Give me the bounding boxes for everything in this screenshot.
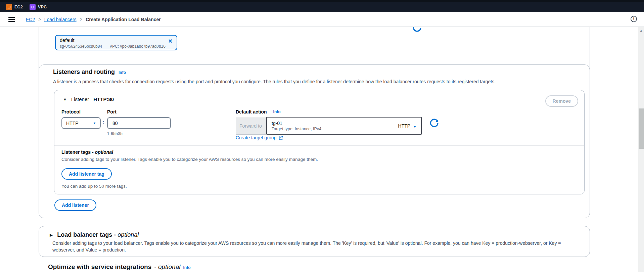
browser-tab-label: EC2 [14,5,23,9]
breadcrumb-bar: EC2 > Load balancers > Create Applicatio… [0,12,644,27]
security-group-token: default sg-0f562453e5bcd0b84 VPC: vpc-0a… [55,35,177,50]
target-group-protocol: HTTP [398,123,411,129]
scrollbar-thumb[interactable] [639,108,644,149]
load-balancer-tags-panel: ▶ Load balancer tags - optional Consider… [39,226,590,257]
external-link-icon [278,135,283,140]
security-group-name: default [60,37,166,44]
protocol-select[interactable]: HTTP ▼ [61,117,101,129]
default-action-label: Default action [236,109,267,115]
divider [54,145,584,146]
target-group-name: tg-01 [272,121,321,126]
create-target-group-label: Create target group [236,135,276,140]
listener-tags-title-optional: optional [95,149,113,155]
port-input-wrap [107,117,171,129]
target-group-select[interactable]: tg-01 Target type: Instance, IPv4 HTTP ▼ [266,117,422,135]
info-link[interactable]: Info [273,109,281,114]
divider [270,109,270,115]
browser-tab-label: VPC [38,5,47,9]
screen: EC2 VPC EC2 > Load balancers > Create Ap… [0,0,644,272]
lb-tags-title-optional: optional [118,231,139,238]
scrollbar-up-arrow[interactable]: ▲ [638,28,644,33]
port-hint: 1-65535 [107,131,123,136]
help-info-icon[interactable]: i [631,16,637,22]
port-input[interactable] [108,121,170,126]
vertical-scrollbar: ▲ [638,27,644,272]
listener-tags-title: Listener tags - optional [61,149,113,155]
page-content: default sg-0f562453e5bcd0b84 VPC: vpc-0a… [0,27,638,272]
chevron-down-icon: ▼ [93,122,96,125]
security-group-vpc: VPC: vpc-0ab1abc7b97ad0b16 [109,44,166,49]
browser-tab-vpc[interactable]: VPC [28,2,51,12]
breadcrumb-ec2-link[interactable]: EC2 [26,17,35,22]
protocol-label: Protocol [61,109,81,115]
info-link[interactable]: Info [119,70,126,75]
default-action-control: Forward to tg-01 Target type: Instance, … [236,117,422,135]
create-target-group-link[interactable]: Create target group [236,135,283,140]
lb-tags-title: Load balancer tags - optional [57,231,139,238]
collapse-triangle-icon[interactable]: ▼ [63,97,67,101]
ec2-service-icon [6,4,12,10]
expand-triangle-icon[interactable]: ▶ [50,233,53,237]
breadcrumb-load-balancers-link[interactable]: Load balancers [44,17,77,22]
listener-card: ▼ Listener HTTP:80 Remove Protocol Port … [54,90,585,194]
chevron-right-icon: > [38,16,41,22]
target-group-meta: Target type: Instance, IPv4 [272,127,321,131]
protocol-select-value: HTTP [66,121,79,126]
browser-tab-ec2[interactable]: EC2 [4,2,28,12]
integrations-optional: - optional [154,263,180,271]
chevron-down-icon: ▼ [413,125,416,129]
add-listener-button[interactable]: Add listener [54,199,96,211]
remove-listener-button[interactable]: Remove [545,95,578,107]
add-listener-tag-button[interactable]: Add listener tag [61,168,112,180]
breadcrumb: EC2 > Load balancers > Create Applicatio… [26,17,161,22]
listener-label: Listener [71,96,89,102]
chevron-right-icon: > [80,16,83,22]
section-title: Listeners and routing [53,69,115,76]
listener-protocol-port: HTTP:80 [93,96,114,102]
listener-tags-description: Consider adding tags to your listener. T… [61,157,318,162]
port-label: Port [107,109,117,115]
lb-tags-title-main: Load balancer tags - [57,231,118,238]
section-description: A listener is a process that checks for … [53,79,496,84]
listener-tags-hint: You can add up to 50 more tags. [61,184,127,189]
listeners-routing-panel: Listeners and routing Info A listener is… [39,64,590,218]
close-icon[interactable]: ✕ [168,39,173,50]
breadcrumb-current-page: Create Application Load Balancer [86,17,161,22]
menu-icon[interactable] [8,17,15,22]
security-group-id: sg-0f562453e5bcd0b84 [60,44,102,49]
integrations-heading: Optimize with service integrations - opt… [48,263,190,271]
info-link[interactable]: Info [183,265,190,270]
port-colon: : [103,120,104,125]
vpc-service-icon [30,4,36,10]
browser-tab-bar: EC2 VPC [0,0,644,12]
refresh-icon[interactable] [412,27,422,33]
lb-tags-description: Consider adding tags to your load balanc… [52,240,578,253]
refresh-icon[interactable] [429,119,439,128]
listener-tags-title-main: Listener tags - [61,149,95,155]
forward-to-chip: Forward to [236,117,266,135]
integrations-title: Optimize with service integrations [48,263,151,271]
